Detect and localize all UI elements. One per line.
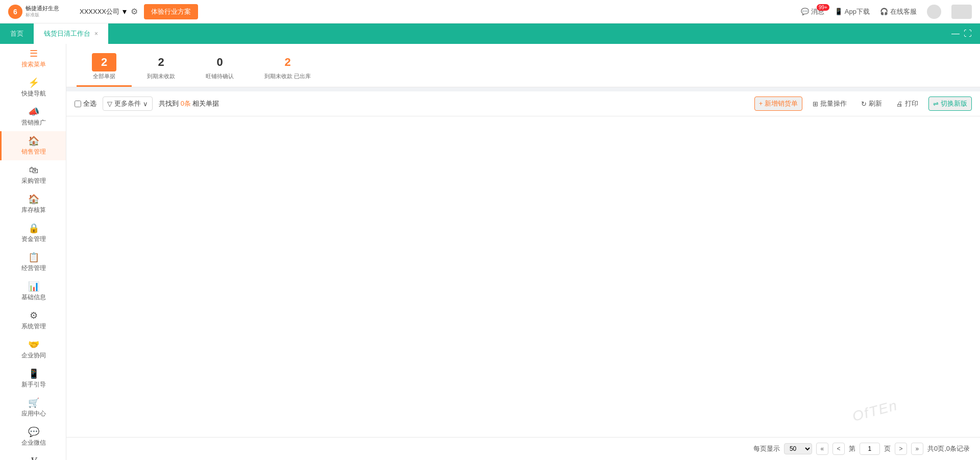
refresh-label: 刷新 <box>869 99 882 108</box>
sidebar-label-system: 系统管理 <box>21 322 46 331</box>
found-text: 共找到 0条 相关单据 <box>159 99 219 108</box>
add-sales-btn[interactable]: + 新增销货单 <box>754 96 802 111</box>
minimize-icon[interactable]: — <box>951 29 960 38</box>
message-btn[interactable]: 💬 消息 99+ <box>801 7 824 16</box>
print-icon: 🖨 <box>896 100 903 108</box>
experience-btn[interactable]: 体验行业方案 <box>144 4 198 19</box>
nav-tab-home[interactable]: 首页 <box>0 23 34 44</box>
sidebar-item-finance[interactable]: 🔒 资金管理 <box>0 219 66 248</box>
sidebar-label-operation: 经营管理 <box>21 264 46 273</box>
page-size-select[interactable]: 50 100 200 <box>784 443 812 454</box>
sidebar-item-marketing[interactable]: 📣 营销推广 <box>0 102 66 131</box>
sidebar-item-basic-info[interactable]: 📊 基础信息 <box>0 277 66 306</box>
sidebar-item-inventory[interactable]: 🏠 库存核算 <box>0 189 66 219</box>
select-all-input[interactable] <box>75 101 81 107</box>
message-icon: 💬 <box>801 8 809 15</box>
found-suffix: 相关单据 <box>192 100 219 107</box>
sidebar-label-quick-nav: 快捷导航 <box>21 89 46 98</box>
stats-bar: 2 全部单据 2 到期未收款 0 旺铺待确认 2 到期未收款 已出库 <box>66 44 980 87</box>
stat-num-overdue: 2 <box>149 53 174 71</box>
stat-tab-pending[interactable]: 0 旺铺待确认 <box>190 50 249 87</box>
marketing-icon: 📣 <box>28 107 39 116</box>
sidebar-item-sales[interactable]: 🏠 销售管理 <box>0 131 66 160</box>
refresh-icon: ↻ <box>861 100 867 108</box>
last-page-btn[interactable]: » <box>911 443 923 455</box>
user-name[interactable] <box>951 5 972 19</box>
close-tab-btn[interactable]: × <box>94 30 98 37</box>
switch-label: 切换新版 <box>941 99 967 108</box>
top-bar: 6 畅捷通好生意 标准版 XXXXXX公司 ▾ ⚙ 体验行业方案 💬 消息 99… <box>0 0 980 23</box>
print-btn[interactable]: 🖨 打印 <box>892 97 922 110</box>
logo-text: 畅捷通好生意 <box>26 5 59 12</box>
basic-info-icon: 📊 <box>28 282 39 291</box>
expand-icon[interactable]: ⛶ <box>964 29 972 38</box>
batch-label: 批量操作 <box>820 99 847 108</box>
batch-btn[interactable]: ⊞ 批量操作 <box>808 97 851 110</box>
refresh-btn[interactable]: ↻ 刷新 <box>857 97 886 110</box>
next-page-btn[interactable]: > <box>895 443 907 455</box>
online-service-btn[interactable]: 🎧 在线客服 <box>880 7 917 16</box>
stat-num-shipped: 2 <box>276 53 300 71</box>
sidebar-item-app-center[interactable]: 🛒 应用中心 <box>0 393 66 422</box>
sidebar-item-guide[interactable]: 📱 新手引导 <box>0 364 66 393</box>
page-label-2: 页 <box>884 444 891 453</box>
select-all-checkbox[interactable]: 全选 <box>75 99 96 108</box>
finance-icon: 🔒 <box>28 224 39 233</box>
stat-tab-overdue[interactable]: 2 到期未收款 <box>132 50 190 87</box>
stat-tab-all[interactable]: 2 全部单据 <box>77 50 132 87</box>
service-label: 在线客服 <box>890 7 917 16</box>
stat-label-overdue: 到期未收款 <box>147 72 175 80</box>
switch-icon: ⇌ <box>933 100 939 108</box>
page-input[interactable] <box>860 443 880 455</box>
sidebar-item-system[interactable]: ⚙ 系统管理 <box>0 306 66 335</box>
sidebar-item-search-menu[interactable]: ☰ 搜索菜单 <box>0 44 66 73</box>
settings-icon[interactable]: ⚙ <box>131 7 138 16</box>
pagination-bar: 每页显示 50 100 200 « < 第 页 > » 共0页,0条记录 <box>66 437 980 460</box>
sidebar-label-search-menu: 搜索菜单 <box>21 60 46 69</box>
sidebar-label-enterprise-wechat: 企业微信 <box>21 439 46 447</box>
stat-num-all: 2 <box>92 53 116 71</box>
stat-num-pending: 0 <box>208 53 232 71</box>
logo-icon: 6 <box>8 5 22 19</box>
sidebar-label-app-center: 应用中心 <box>21 409 46 418</box>
sidebar-label-basic-info: 基础信息 <box>21 293 46 302</box>
message-badge: 99+ <box>817 4 829 11</box>
enterprise-wechat-icon: 💬 <box>28 427 39 437</box>
logo-sub: 标准版 <box>26 12 59 18</box>
toolbar-right: + 新增销货单 ⊞ 批量操作 ↻ 刷新 🖨 打印 ⇌ 切换新版 <box>754 96 972 111</box>
filter-icon: ▽ <box>107 100 112 108</box>
filter-btn[interactable]: ▽ 更多条件 ∨ <box>103 96 153 111</box>
member-icon: V <box>31 456 37 460</box>
sidebar-item-purchase[interactable]: 🛍 采购管理 <box>0 160 66 189</box>
sidebar-item-enterprise-wechat[interactable]: 💬 企业微信 <box>0 422 66 451</box>
top-bar-content: XXXXXX公司 ▾ ⚙ 体验行业方案 💬 消息 99+ 📱 App下载 🎧 在… <box>75 4 972 19</box>
content-area: 2 全部单据 2 到期未收款 0 旺铺待确认 2 到期未收款 已出库 全选 <box>66 44 980 460</box>
sidebar-label-inventory: 库存核算 <box>21 206 46 214</box>
page-label: 第 <box>849 444 855 453</box>
switch-version-btn[interactable]: ⇌ 切换新版 <box>928 96 972 111</box>
sidebar-item-operation[interactable]: 📋 经营管理 <box>0 248 66 277</box>
stat-tab-shipped[interactable]: 2 到期未收款 已出库 <box>249 50 326 87</box>
table-area <box>66 116 980 437</box>
sidebar-label-finance: 资金管理 <box>21 235 46 244</box>
home-tab-label: 首页 <box>10 29 23 38</box>
company-name: XXXXXX公司 <box>80 7 119 16</box>
sidebar-item-quick-nav[interactable]: ⚡ 快捷导航 <box>0 73 66 102</box>
sidebar-item-cooperation[interactable]: 🤝 企业协同 <box>0 335 66 364</box>
nav-tab-work[interactable]: 钱货日清工作台 × <box>34 23 108 44</box>
first-page-btn[interactable]: « <box>816 443 828 455</box>
guide-icon: 📱 <box>28 369 39 378</box>
top-right-actions: 💬 消息 99+ 📱 App下载 🎧 在线客服 <box>801 5 972 19</box>
prev-page-btn[interactable]: < <box>832 443 845 455</box>
app-download-label: App下载 <box>845 7 870 16</box>
stat-label-all: 全部单据 <box>93 72 115 80</box>
sidebar-label-purchase: 采购管理 <box>21 177 46 185</box>
user-avatar[interactable] <box>927 5 941 19</box>
app-download-btn[interactable]: 📱 App下载 <box>835 7 870 16</box>
quick-nav-icon: ⚡ <box>28 78 39 87</box>
batch-icon: ⊞ <box>813 100 818 108</box>
sidebar-item-member[interactable]: V 畅会员 <box>0 451 66 460</box>
company-selector[interactable]: XXXXXX公司 ▾ <box>80 7 127 16</box>
filter-dropdown-icon: ∨ <box>143 100 148 108</box>
toolbar: 全选 ▽ 更多条件 ∨ 共找到 0条 相关单据 + 新增销货单 ⊞ 批量操作 <box>66 91 980 116</box>
